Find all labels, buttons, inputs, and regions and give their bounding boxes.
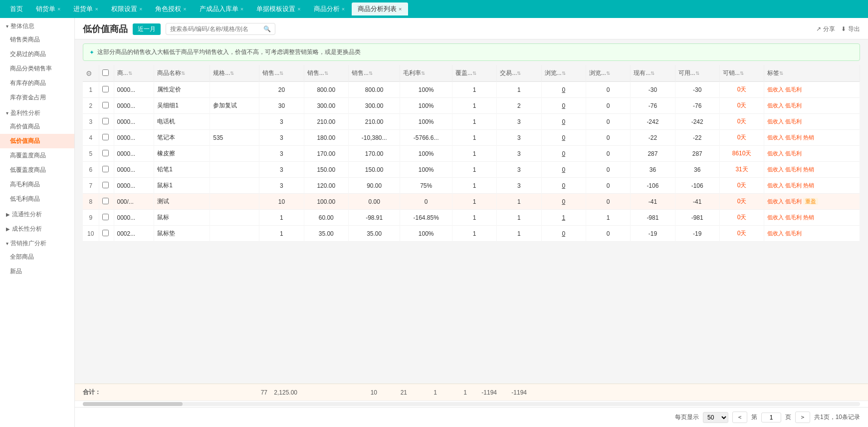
row-checkbox[interactable] (99, 114, 114, 130)
col-gear[interactable]: ⚙ (83, 65, 99, 82)
sidebar-item-in-stock[interactable]: 有库存的商品 (0, 76, 74, 90)
sidebar-item-stock-capital[interactable]: 库存资金占用 (0, 90, 74, 105)
row-checkbox[interactable] (99, 130, 114, 146)
search-icon[interactable]: 🔍 (263, 25, 271, 32)
row-checkbox-input[interactable] (102, 102, 109, 108)
next-page-button[interactable]: ＞ (795, 412, 810, 423)
col-transaction-header[interactable]: 交易...⇅ (497, 65, 541, 82)
col-name-header[interactable]: 商品名称⇅ (154, 65, 210, 82)
row-browse1[interactable]: 0 (541, 226, 586, 242)
nav-product-analysis[interactable]: 商品分析 × (308, 2, 351, 15)
col-spec-header[interactable]: 规格...⇅ (210, 65, 259, 82)
time-filter-button[interactable]: 近一月 (133, 23, 161, 35)
nav-role-auth[interactable]: 角色授权 × (149, 2, 192, 15)
sidebar-group-circulation[interactable]: ▶ 流通性分析 (0, 206, 74, 221)
col-tags-header[interactable]: 标签⇅ (764, 65, 860, 82)
row-tags[interactable]: 低收入低毛利热销 (764, 178, 860, 194)
row-browse1[interactable]: 0 (541, 178, 586, 194)
row-checkbox-input[interactable] (102, 214, 109, 220)
row-browse1[interactable]: 0 (541, 114, 586, 130)
select-all-checkbox[interactable] (102, 69, 109, 76)
row-tags[interactable]: 低收入低毛利热销 (764, 130, 860, 146)
nav-template-settings[interactable]: 单据模板设置 × (250, 2, 306, 15)
col-saleamt-header[interactable]: 销售...⇅ (348, 65, 400, 82)
nav-product-analysis-list[interactable]: 商品分析列表 × (352, 2, 408, 15)
nav-purchase-order[interactable]: 进货单 × (67, 2, 104, 15)
browse-link[interactable]: 0 (562, 230, 565, 237)
close-icon[interactable]: × (139, 6, 142, 12)
browse-link[interactable]: 0 (562, 134, 565, 141)
row-checkbox-input[interactable] (102, 86, 109, 92)
col-saleqty-header[interactable]: 销售...⇅ (259, 65, 304, 82)
row-checkbox-input[interactable] (102, 150, 109, 156)
col-margin-header[interactable]: 毛利率⇅ (400, 65, 452, 82)
sidebar-item-all-products[interactable]: 全部商品 (0, 250, 74, 264)
close-icon[interactable]: × (95, 6, 98, 12)
col-sellable-header[interactable]: 可销...⇅ (719, 65, 764, 82)
row-checkbox-input[interactable] (102, 134, 109, 140)
row-tags[interactable]: 低收入低毛利 (764, 82, 860, 98)
row-browse1[interactable]: 0 (541, 130, 586, 146)
row-tags[interactable]: 低收入低毛利 (764, 98, 860, 114)
sidebar-item-high-margin[interactable]: 高毛利商品 (0, 177, 74, 192)
row-checkbox[interactable] (99, 210, 114, 226)
row-checkbox[interactable] (99, 146, 114, 162)
nav-home[interactable]: 首页 (4, 2, 29, 15)
col-browse2-header[interactable]: 浏览...⇅ (586, 65, 630, 82)
browse-link[interactable]: 0 (562, 102, 565, 109)
row-checkbox-input[interactable] (102, 166, 109, 172)
sidebar-group-marketing[interactable]: ▾ 营销推广分析 (0, 235, 74, 250)
row-browse1[interactable]: 0 (541, 98, 586, 114)
page-number-input[interactable] (761, 413, 781, 423)
row-checkbox-input[interactable] (102, 182, 109, 188)
sidebar-item-new-products[interactable]: 新品 (0, 264, 74, 279)
browse-link[interactable]: 0 (562, 150, 565, 157)
close-icon[interactable]: × (297, 6, 300, 12)
search-input[interactable] (170, 25, 260, 32)
row-checkbox[interactable] (99, 226, 114, 242)
sidebar-item-category-sales-rate[interactable]: 商品分类销售率 (0, 61, 74, 76)
close-icon[interactable]: × (183, 6, 186, 12)
row-checkbox[interactable] (99, 178, 114, 194)
row-tags[interactable]: 低收入低毛利重盈 (764, 194, 860, 210)
col-current-stock-header[interactable]: 现有...⇅ (631, 65, 675, 82)
nav-permission[interactable]: 权限设置 × (105, 2, 148, 15)
row-tags[interactable]: 低收入低毛利 (764, 114, 860, 130)
sidebar-item-low-value[interactable]: 低价值商品 (0, 134, 74, 148)
sidebar-item-low-margin[interactable]: 低毛利商品 (0, 192, 74, 206)
col-available-stock-header[interactable]: 可用...⇅ (675, 65, 719, 82)
sidebar-item-traded-products[interactable]: 交易过的商品 (0, 47, 74, 61)
row-browse1[interactable]: 0 (541, 162, 586, 178)
browse-link[interactable]: 1 (562, 214, 565, 221)
col-coverage-header[interactable]: 覆盖...⇅ (452, 65, 496, 82)
sidebar-item-high-value[interactable]: 高价值商品 (0, 119, 74, 134)
row-tags[interactable]: 低收入低毛利热销 (764, 210, 860, 226)
row-tags[interactable]: 低收入低毛利 (764, 146, 860, 162)
row-browse1[interactable]: 1 (541, 210, 586, 226)
col-browse1-header[interactable]: 浏览...⇅ (541, 65, 586, 82)
row-browse1[interactable]: 0 (541, 194, 586, 210)
sidebar-group-profitability[interactable]: ▾ 盈利性分析 (0, 105, 74, 119)
close-icon[interactable]: × (240, 6, 243, 12)
sidebar-item-high-coverage[interactable]: 高覆盖度商品 (0, 148, 74, 163)
row-checkbox-input[interactable] (102, 230, 109, 236)
close-icon[interactable]: × (342, 6, 345, 12)
export-button[interactable]: ⬇ 导出 (841, 25, 860, 33)
browse-link[interactable]: 0 (562, 198, 565, 205)
nav-product-inbound[interactable]: 产成品入库单 × (194, 2, 249, 15)
browse-link[interactable]: 0 (562, 118, 565, 125)
share-button[interactable]: ↗ 分享 (816, 25, 835, 33)
browse-link[interactable]: 0 (562, 182, 565, 189)
per-page-select[interactable]: 50 100 200 (703, 412, 728, 423)
close-icon[interactable]: × (399, 6, 402, 12)
browse-link[interactable]: 0 (562, 86, 565, 93)
sidebar-group-overall[interactable]: ▾ 整体信息 (0, 18, 74, 32)
table-container[interactable]: ⚙ 商...⇅ 商品名称⇅ 规格...⇅ 销售...⇅ 销售...⇅ 销售...… (75, 65, 868, 384)
row-tags[interactable]: 低收入低毛利 (764, 226, 860, 242)
scrollbar-thumb[interactable] (83, 402, 183, 406)
nav-sales-order[interactable]: 销货单 × (30, 2, 66, 15)
sidebar-group-growth[interactable]: ▶ 成长性分析 (0, 221, 74, 235)
row-checkbox[interactable] (99, 98, 114, 114)
row-checkbox-input[interactable] (102, 118, 109, 124)
row-browse1[interactable]: 0 (541, 146, 586, 162)
